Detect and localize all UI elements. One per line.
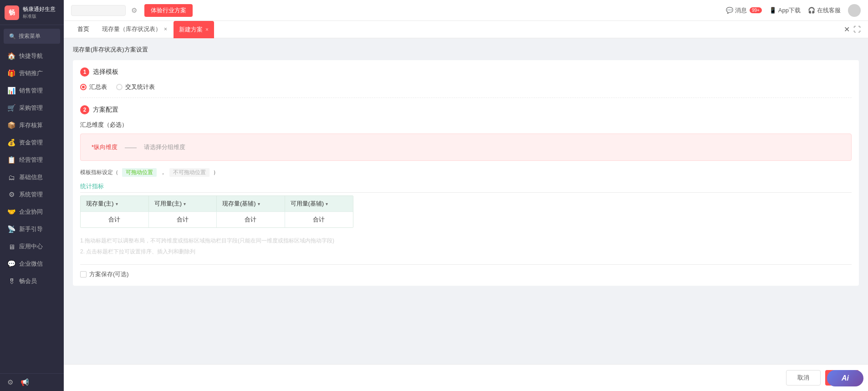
col-header-3[interactable]: 可用量(基辅) ▾ [285,196,353,211]
online-service-label: 在线客服 [817,6,841,15]
sidebar-item-apps[interactable]: 🖥 应用中心 [0,238,64,255]
sidebar-label-wechat: 企业微信 [19,260,43,268]
col-dropdown-2[interactable]: ▾ [258,201,260,206]
sidebar-label-purchase: 采购管理 [19,104,43,112]
radio-summary[interactable]: 汇总表 [80,83,107,91]
logo-text-block: 畅康通好生意 标准版 [23,6,56,20]
finance-icon: 💰 [7,139,15,147]
step1-number: 1 [80,67,89,77]
tab-collapse-button[interactable]: ✕ [844,25,850,34]
step1-header: 1 选择模板 [80,67,852,77]
radio-cross[interactable]: 交叉统计表 [116,83,155,91]
messages-button[interactable]: 💬 消息 99+ [726,6,762,15]
sidebar-item-sales[interactable]: 📊 销售管理 [0,82,64,99]
page-title: 现存量(库存状况表)方案设置 [73,46,859,54]
home-icon: 🏠 [7,52,15,60]
cell-1: 合计 [149,212,217,227]
col-header-0[interactable]: 现存量(主) ▾ [81,196,149,211]
app-icon: 📱 [769,7,776,14]
sidebar-item-wechat[interactable]: 💬 企业微信 [0,255,64,273]
topbar-search-input[interactable] [71,5,126,16]
sidebar-item-system[interactable]: ⚙ 系统管理 [0,186,64,203]
sidebar-item-shortcut[interactable]: 🏠 快捷导航 [0,47,64,65]
col-label-2: 现存量(基辅) [222,200,256,208]
col-dropdown-1[interactable]: ▾ [184,201,186,206]
indicator-header-row: 现存量(主) ▾ 可用量(主) ▾ 现存量(基辅) ▾ [81,196,353,211]
col-header-1[interactable]: 可用量(主) ▾ [149,196,217,211]
sidebar-label-cooperation: 企业协同 [19,208,43,216]
speaker-icon[interactable]: 📢 [20,378,29,386]
messages-label: 消息 [735,6,747,15]
tab-new-plan[interactable]: 新建方案 × [174,21,214,38]
sidebar-item-finance[interactable]: 💰 资金管理 [0,134,64,151]
radio-cross-dot [116,84,123,90]
main-content: 现存量(库存状况表)方案设置 1 选择模板 汇总表 交叉统计表 [64,38,868,364]
indicator-config: 模板指标设定（ 可拖动位置 ， 不可拖动位置 ） 统计指标 现存量(主) ▾ [80,168,852,228]
sidebar-search-bar[interactable]: 🔍 搜索菜单 [4,29,60,44]
save-checkbox-input[interactable] [80,271,87,278]
sidebar-item-cooperation[interactable]: 🤝 企业协同 [0,203,64,221]
sidebar-bottom: ⚙ 📢 [0,373,64,391]
sidebar-item-purchase[interactable]: 🛒 采购管理 [0,99,64,117]
search-label: 搜索菜单 [19,32,41,40]
col-dropdown-3[interactable]: ▾ [326,201,328,206]
indicator-separator: ， [160,169,166,176]
cancel-button[interactable]: 取消 [786,370,821,386]
summary-dim-title: 汇总维度（必选） [80,121,852,129]
tab-new-plan-close[interactable]: × [205,26,209,33]
col-header-2[interactable]: 现存量(基辅) ▾ [217,196,285,211]
indicator-label: 模板指标设定（ [80,169,118,176]
movable-tag: 可拖动位置 [122,168,157,177]
tips-section: 1.拖动标题栏可以调整布局，不可跨维度或指标区域拖动栏目字段(只能在同一维度或指… [80,235,852,257]
col-dropdown-0[interactable]: ▾ [116,201,118,206]
required-label: *纵向维度 [92,143,117,151]
sidebar-item-inventory[interactable]: 📦 库存核算 [0,117,64,134]
step2-number: 2 [80,105,89,114]
sales-icon: 📊 [7,87,15,95]
dimension-separator: —— [125,144,137,151]
tab-home[interactable]: 首页 [71,21,96,38]
sidebar-label-finance: 资金管理 [19,139,43,147]
online-service-button[interactable]: 🎧 在线客服 [808,6,841,15]
cooperation-icon: 🤝 [7,208,15,216]
sidebar-logo: 畅 畅康通好生意 标准版 [0,0,64,25]
radio-summary-label: 汇总表 [89,83,107,91]
sidebar-item-basic[interactable]: 🗂 基础信息 [0,169,64,186]
cell-0: 合计 [81,212,149,227]
sidebar-item-newguide[interactable]: 📡 新手引导 [0,221,64,238]
sidebar-label-apps: 应用中心 [19,242,43,251]
topbar: ⚙ 体验行业方案 💬 消息 99+ 📱 App下载 🎧 在线客服 [64,0,868,21]
radio-summary-dot [80,84,87,90]
save-checkbox-row: 方案保存(可选) [80,264,852,278]
tip-2: 2. 点击标题栏下拉可设置排序、插入列和删除列 [80,246,852,257]
topbar-right: 💬 消息 99+ 📱 App下载 🎧 在线客服 [726,4,861,17]
radio-cross-label: 交叉统计表 [125,83,155,91]
indicator-data-row: 合计 合计 合计 合计 [81,211,353,227]
system-icon: ⚙ [7,190,15,199]
trial-button[interactable]: 体验行业方案 [144,4,193,17]
app-download-button[interactable]: 📱 App下载 [769,6,801,15]
tab-expand-button[interactable]: ⛶ [853,25,861,34]
sidebar-item-marketing[interactable]: 🎁 营销推广 [0,65,64,82]
settings-icon[interactable]: ⚙ [7,378,13,386]
sidebar-item-member[interactable]: 🎖 畅会员 [0,273,64,290]
sidebar: 畅 畅康通好生意 标准版 🔍 搜索菜单 🏠 快捷导航 🎁 营销推广 📊 销售管理… [0,0,64,391]
sidebar-label-newguide: 新手引导 [19,225,43,233]
tab-inventory[interactable]: 现存量（库存状况表） × [96,21,174,38]
save-checkbox-label: 方案保存(可选) [89,270,129,278]
sidebar-label-inventory: 库存核算 [19,121,43,129]
main-area: ⚙ 体验行业方案 💬 消息 99+ 📱 App下载 🎧 在线客服 首页 [64,0,868,391]
newguide-icon: 📡 [7,225,15,233]
sidebar-label-operations: 经营管理 [19,156,43,164]
tab-home-label: 首页 [77,25,89,33]
sidebar-label-system: 系统管理 [19,190,43,199]
dimension-box[interactable]: *纵向维度 —— 请选择分组维度 [80,134,852,161]
col-label-3: 可用量(基辅) [291,200,324,208]
ai-fab-button[interactable]: Ai [827,370,863,386]
user-avatar[interactable] [848,4,861,17]
dimension-placeholder: 请选择分组维度 [144,143,185,151]
config-section: 1 选择模板 汇总表 交叉统计表 2 [73,60,859,286]
topbar-gear-icon[interactable]: ⚙ [131,6,137,15]
tab-inventory-close[interactable]: × [164,26,167,32]
sidebar-item-operations[interactable]: 📋 经营管理 [0,151,64,169]
